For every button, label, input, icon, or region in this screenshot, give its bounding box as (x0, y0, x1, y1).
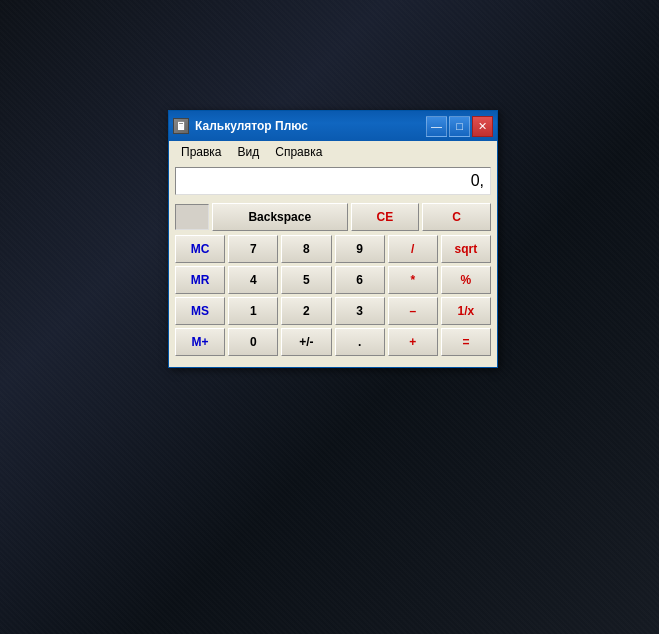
subtract-button[interactable]: – (388, 297, 438, 325)
menubar: Правка Вид Справка (169, 141, 497, 163)
calculator-window: 🖩 Калькулятор Плюс — □ ✕ Правка Вид Спра… (168, 110, 498, 368)
button-row-2: MR 4 5 6 * % (175, 266, 491, 294)
btn-7[interactable]: 7 (228, 235, 278, 263)
display-screen: 0, (175, 167, 491, 195)
button-row-4: M+ 0 +/- . + = (175, 328, 491, 356)
ms-button[interactable]: MS (175, 297, 225, 325)
equals-button[interactable]: = (441, 328, 491, 356)
close-button[interactable]: ✕ (472, 116, 493, 137)
control-row: Backspace CE C (175, 203, 491, 231)
btn-8[interactable]: 8 (281, 235, 331, 263)
divide-button[interactable]: / (388, 235, 438, 263)
backspace-button[interactable]: Backspace (212, 203, 348, 231)
display-value: 0, (471, 172, 484, 190)
sign-button[interactable]: +/- (281, 328, 331, 356)
menu-edit[interactable]: Правка (173, 143, 230, 161)
button-row-3: MS 1 2 3 – 1/x (175, 297, 491, 325)
percent-button[interactable]: % (441, 266, 491, 294)
minimize-button[interactable]: — (426, 116, 447, 137)
btn-2[interactable]: 2 (281, 297, 331, 325)
window-title: Калькулятор Плюс (195, 119, 426, 133)
btn-6[interactable]: 6 (335, 266, 385, 294)
c-button[interactable]: C (422, 203, 491, 231)
window-controls: — □ ✕ (426, 116, 493, 137)
ce-button[interactable]: CE (351, 203, 420, 231)
mr-button[interactable]: MR (175, 266, 225, 294)
titlebar: 🖩 Калькулятор Плюс — □ ✕ (169, 111, 497, 141)
btn-0[interactable]: 0 (228, 328, 278, 356)
reciprocal-button[interactable]: 1/x (441, 297, 491, 325)
add-button[interactable]: + (388, 328, 438, 356)
btn-1[interactable]: 1 (228, 297, 278, 325)
maximize-button[interactable]: □ (449, 116, 470, 137)
btn-5[interactable]: 5 (281, 266, 331, 294)
btn-3[interactable]: 3 (335, 297, 385, 325)
decimal-button[interactable]: . (335, 328, 385, 356)
display-area: 0, (169, 163, 497, 199)
app-icon: 🖩 (173, 118, 189, 134)
mc-button[interactable]: MC (175, 235, 225, 263)
button-row-1: MC 7 8 9 / sqrt (175, 235, 491, 263)
menu-help[interactable]: Справка (267, 143, 330, 161)
btn-9[interactable]: 9 (335, 235, 385, 263)
btn-4[interactable]: 4 (228, 266, 278, 294)
menu-view[interactable]: Вид (230, 143, 268, 161)
memory-indicator (175, 204, 209, 230)
multiply-button[interactable]: * (388, 266, 438, 294)
mplus-button[interactable]: M+ (175, 328, 225, 356)
sqrt-button[interactable]: sqrt (441, 235, 491, 263)
calc-body: Backspace CE C MC 7 8 9 / sqrt MR 4 5 6 … (169, 199, 497, 367)
